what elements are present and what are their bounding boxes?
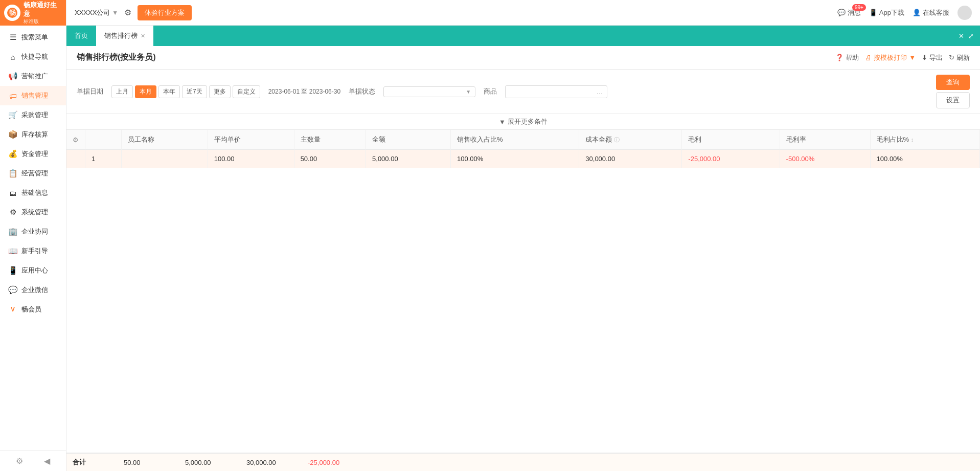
query-button[interactable]: 查询 [936,75,970,90]
table-row: 1 100.00 50.00 5,000.00 100.00% 30,000.0… [66,150,980,168]
sidebar-item-guide[interactable]: 📖 新手引导 [0,241,66,261]
service-icon: 👤 [913,9,921,16]
sidebar-item-label: 资金管理 [21,149,48,159]
gross-pct-icon: ↕ [911,137,914,143]
col-main-qty: 主数量 [294,130,366,150]
app-name: 畅康通好生意 [24,1,62,18]
sidebar-item-member[interactable]: V 畅会员 [0,300,66,319]
sidebar-item-label: 营销推广 [21,72,48,81]
company-chevron-icon: ▼ [112,9,118,16]
row-gross-profit: -25,000.00 [682,150,780,168]
footer-label: 合计 [73,458,103,467]
online-service-label: 在线客服 [923,8,949,17]
sidebar-item-label: 销售管理 [21,91,48,100]
row-main-qty: 50.00 [294,150,366,168]
tab-close-icon[interactable]: ✕ [141,33,145,39]
user-avatar[interactable] [958,6,972,20]
window-expand-icon[interactable]: ⤢ [968,32,974,40]
page-header: 销售排行榜(按业务员) ❓ 帮助 🖨 按模板打印 ▼ ⬇ 导出 ↻ 刷新 [66,46,980,70]
svg-text:畅: 畅 [9,9,16,16]
sidebar-item-inventory[interactable]: 📦 库存核算 [0,125,66,144]
custom-date-btn[interactable]: 自定义 [233,85,260,98]
col-cost-amount: 成本全额 ⓘ [579,130,682,150]
app-download-label: App下载 [879,8,904,17]
sidebar-menu: ☰ 搜索菜单 ⌂ 快捷导航 📢 营销推广 🏷 销售管理 🛒 采购管理 📦 库存核… [0,26,66,451]
col-gross-pct: 毛利占比% ↕ [870,130,979,150]
sidebar-item-label: 搜索菜单 [21,33,48,42]
help-btn[interactable]: ❓ 帮助 [835,53,859,62]
date-range: 2023-06-01 至 2023-06-30 [268,87,340,96]
status-select[interactable]: ▼ [383,86,475,97]
more-date-btn[interactable]: 更多 [209,85,231,98]
company-name: XXXXX公司 [75,8,110,17]
member-icon: V [8,306,17,313]
col-rank [85,130,122,150]
company-selector[interactable]: XXXXX公司 ▼ [75,8,118,17]
tab-sales-ranking[interactable]: 销售排行榜 ✕ [96,26,153,46]
sidebar-item-marketing[interactable]: 📢 营销推广 [0,66,66,86]
sidebar-item-app-center[interactable]: 📱 应用中心 [0,261,66,280]
sidebar-item-purchase[interactable]: 🛒 采购管理 [0,105,66,125]
sidebar-item-wechat[interactable]: 💬 企业微信 [0,280,66,300]
sidebar-item-label: 快捷导航 [21,52,48,61]
export-btn[interactable]: ⬇ 导出 [922,53,943,62]
table-header-row: ⚙ 员工名称 平均单价 主数量 全额 销售收入占比% 成本全额 ⓘ 毛利 毛利率 [66,130,980,150]
tab-home[interactable]: 首页 [66,26,96,46]
sidebar-item-label: 企业协同 [21,227,48,236]
sidebar-item-label: 畅会员 [21,305,41,314]
this-month-btn[interactable]: 本月 [135,85,156,98]
setting-button[interactable]: 设置 [936,92,970,108]
row-gross-rate: -500.00% [780,150,870,168]
last7-btn[interactable]: 近7天 [182,85,207,98]
inventory-icon: 📦 [8,130,17,139]
col-settings: ⚙ [66,130,85,150]
topbar-right: 💬 消息 99+ 📱 App下载 👤 在线客服 [837,6,972,20]
col-sales-pct: 销售收入占比% [450,130,579,150]
status-caret-icon: ▼ [466,89,471,95]
table-wrapper: ⚙ 员工名称 平均单价 主数量 全额 销售收入占比% 成本全额 ⓘ 毛利 毛利率 [66,130,980,453]
window-close-icon[interactable]: ✕ [959,32,964,40]
refresh-icon: ↻ [949,54,954,61]
sidebar-item-search-order[interactable]: ☰ 搜索菜单 [0,28,66,47]
sidebar-item-operations[interactable]: 📋 经营管理 [0,164,66,183]
guide-icon: 📖 [8,246,17,256]
sidebar-settings-btn[interactable]: ⚙ [16,456,23,466]
print-btn[interactable]: 🖨 按模板打印 ▼ [865,53,916,62]
wechat-icon: 💬 [8,285,17,295]
sidebar-item-finance[interactable]: 💰 资金管理 [0,144,66,164]
sidebar-item-quick-nav[interactable]: ⌂ 快捷导航 [0,47,66,66]
sidebar-item-label: 库存核算 [21,130,48,139]
refresh-btn[interactable]: ↻ 刷新 [949,53,970,62]
sidebar-item-system[interactable]: ⚙ 系统管理 [0,203,66,222]
app-download-btn[interactable]: 📱 App下载 [869,8,904,17]
row-settings [66,150,85,168]
table-footer: 合计 50.00 5,000.00 30,000.00 -25,000.00 [66,453,980,471]
message-btn[interactable]: 💬 消息 99+ [837,8,861,17]
goods-select[interactable]: … [505,85,607,98]
online-service-btn[interactable]: 👤 在线客服 [913,8,949,17]
date-filters: 上月 本月 本年 近7天 更多 自定义 [111,85,260,98]
sidebar-item-label: 基础信息 [21,188,48,197]
row-sales-pct: 100.00% [450,150,579,168]
content: 销售排行榜(按业务员) ❓ 帮助 🖨 按模板打印 ▼ ⬇ 导出 ↻ 刷新 [66,46,980,471]
date-filter-label: 单据日期 [77,87,103,96]
tab-sales-ranking-label: 销售排行榜 [104,31,138,40]
message-badge: 99+ [852,4,866,11]
col-gross-rate: 毛利率 [780,130,870,150]
sidebar-item-sales[interactable]: 🏷 销售管理 [0,86,66,105]
prev-month-btn[interactable]: 上月 [111,85,133,98]
sidebar-collapse-btn[interactable]: ◀ [44,456,50,466]
logo-icon: 畅 [4,5,20,21]
download-icon: 📱 [869,9,877,16]
expand-btn[interactable]: ▼ 展开更多条件 [499,117,548,126]
sidebar-item-base-info[interactable]: 🗂 基础信息 [0,183,66,203]
sidebar-item-label: 采购管理 [21,110,48,120]
footer-main-qty: 50.00 [124,459,165,466]
topbar-gear-icon[interactable]: ⚙ [124,8,131,17]
row-avg-price: 100.00 [208,150,294,168]
trial-button[interactable]: 体验行业方案 [138,5,192,20]
this-year-btn[interactable]: 本年 [158,85,180,98]
sidebar-item-label: 企业微信 [21,285,48,295]
sidebar-item-label: 经营管理 [21,169,48,178]
sidebar-item-enterprise[interactable]: 🏢 企业协同 [0,222,66,241]
